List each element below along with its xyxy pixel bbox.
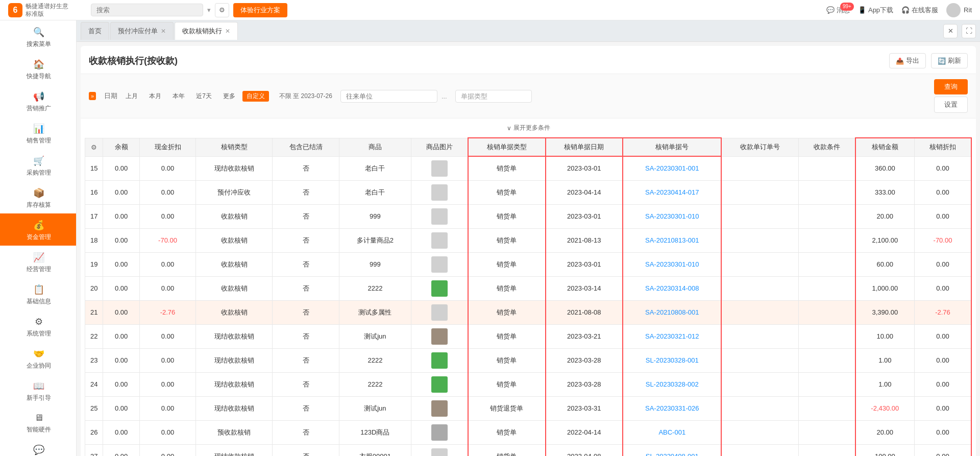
receipt-type-select[interactable]: 单据类型 (455, 90, 532, 103)
col-cash-discount: 现金折扣 (139, 138, 196, 156)
sidebar-label-basic: 基础信息 (27, 297, 51, 306)
row-doc-no[interactable]: ABC-001 (623, 420, 721, 444)
sidebar-item-basic[interactable]: 📋 基础信息 (0, 278, 76, 310)
row-id: 26 (85, 420, 103, 444)
sidebar-item-operation[interactable]: 📈 经营管理 (0, 246, 76, 278)
row-img (411, 228, 468, 252)
page-title: 收款核销执行(按收款) (89, 55, 178, 67)
sidebar-label-nav: 快捷导航 (27, 72, 51, 81)
col-settings[interactable]: ⚙ (85, 138, 103, 156)
date-btn-more[interactable]: 更多 (219, 91, 239, 102)
row-img (411, 180, 468, 204)
doc-no-link[interactable]: ABC-001 (658, 428, 685, 436)
date-btn-this-year[interactable]: 本年 (168, 91, 189, 102)
maximize-tab-button[interactable]: ⛶ (962, 24, 976, 38)
sidebar-item-nav[interactable]: 🏠 快捷导航 (0, 53, 76, 85)
sidebar-item-system[interactable]: ⚙ 系统管理 (0, 310, 76, 342)
row-type: 现结收款核销 (196, 396, 273, 420)
page-container: 收款核销执行(按收款) 📤 导出 🔄 刷新 (81, 46, 976, 456)
row-doc-no[interactable]: SA-20230301-010 (623, 252, 721, 276)
doc-no-link[interactable]: SA-20230331-026 (645, 404, 699, 412)
page-header: 收款核销执行(按收款) 📤 导出 🔄 刷新 (81, 46, 976, 74)
expand-more-button[interactable]: ∨ 展开更多条件 (507, 124, 550, 132)
receipt-type-filter: 单据类型 (455, 90, 532, 103)
row-cash-discount: -70.00 (139, 228, 196, 252)
top-search-input[interactable] (91, 4, 203, 16)
row-product: 999 (339, 252, 411, 276)
doc-no-link[interactable]: SA-20230301-010 (645, 212, 699, 220)
tab-home[interactable]: 首页 (81, 22, 109, 40)
from-unit-input[interactable] (340, 90, 437, 103)
doc-no-link[interactable]: SA-20230321-012 (645, 332, 699, 340)
doc-no-link[interactable]: SA-20230301-001 (645, 164, 699, 172)
date-btn-7days[interactable]: 近7天 (192, 91, 216, 102)
row-doc-no[interactable]: SA-20210808-001 (623, 300, 721, 324)
row-doc-no[interactable]: SA-20230301-001 (623, 156, 721, 180)
sidebar-item-wechat[interactable]: 💬 企业微信 (0, 438, 76, 456)
settings-gear-button[interactable]: ⚙ (215, 3, 229, 17)
sidebar-item-collab[interactable]: 🤝 企业协同 (0, 342, 76, 374)
row-doc-no[interactable]: SA-20230321-012 (623, 324, 721, 348)
search-dropdown-arrow[interactable]: ▾ (207, 6, 211, 14)
table-row: 220.000.00现结收款核销否测试jun销货单2023-03-21SA-20… (85, 324, 972, 348)
col-doc-no: 核销单据号 (623, 138, 721, 156)
row-doc-no[interactable]: SA-20210813-001 (623, 228, 721, 252)
row-id: 23 (85, 348, 103, 372)
doc-no-link[interactable]: SA-20210808-001 (645, 308, 699, 316)
sidebar-item-purchase[interactable]: 🛒 采购管理 (0, 149, 76, 181)
message-notification[interactable]: 💬 消息 99+ (826, 6, 850, 15)
export-button[interactable]: 📤 导出 (889, 53, 926, 68)
row-included: 否 (273, 252, 339, 276)
sidebar-item-marketing[interactable]: 📢 营销推广 (0, 85, 76, 117)
app-download-link[interactable]: 📱 App下载 (858, 6, 893, 15)
row-doc-no[interactable]: SA-20230414-017 (623, 180, 721, 204)
sidebar-item-sales[interactable]: 📊 销售管理 (0, 117, 76, 149)
doc-no-link[interactable]: SA-20230301-010 (645, 260, 699, 268)
table-settings-button[interactable]: 设置 (934, 97, 968, 113)
sidebar-item-guide[interactable]: 📖 新手引导 (0, 374, 76, 406)
avatar (946, 3, 961, 17)
table-row: 250.000.00现结收款核销否测试jun销货退货单2023-03-31SA-… (85, 396, 972, 420)
refresh-button[interactable]: 🔄 刷新 (931, 53, 968, 68)
row-balance: 0.00 (103, 252, 139, 276)
row-doc-no[interactable]: SA-20230331-026 (623, 396, 721, 420)
row-discount: 0.00 (915, 396, 972, 420)
doc-no-link[interactable]: SA-20230414-017 (645, 188, 699, 196)
tab-receipt-close[interactable]: ✕ (225, 28, 230, 35)
date-btn-this-month[interactable]: 本月 (145, 91, 165, 102)
online-service-link[interactable]: 🎧 在线客服 (901, 6, 938, 15)
sidebar-item-finance[interactable]: 💰 资金管理 (0, 213, 76, 246)
close-tab-button[interactable]: ✕ (943, 24, 958, 38)
row-order-no (721, 396, 798, 420)
query-button[interactable]: 查询 (934, 79, 968, 94)
col-include-settled: 包含已结清 (273, 138, 339, 156)
guide-icon: 📖 (33, 380, 44, 392)
doc-no-link[interactable]: SL-20230408-001 (646, 452, 699, 456)
row-doc-no[interactable]: SL-20230408-001 (623, 444, 721, 456)
doc-no-link[interactable]: SA-20210813-001 (645, 236, 699, 244)
row-doc-no[interactable]: SL-20230328-001 (623, 348, 721, 372)
trial-industry-button[interactable]: 体验行业方案 (233, 3, 287, 17)
col-product: 商品 (339, 138, 411, 156)
sidebar-item-search[interactable]: 🔍 搜索菜单 (0, 20, 76, 53)
row-doc-type: 销货单 (468, 276, 546, 300)
doc-no-link[interactable]: SL-20230328-002 (646, 380, 699, 388)
search-icon: 🔍 (33, 27, 44, 38)
doc-no-link[interactable]: SL-20230328-001 (646, 356, 699, 364)
col-product-image: 商品图片 (411, 138, 468, 156)
sidebar-item-inventory[interactable]: 📦 库存核算 (0, 181, 76, 213)
date-btn-last-month[interactable]: 上月 (121, 91, 142, 102)
row-doc-no[interactable]: SL-20230328-002 (623, 372, 721, 396)
tab-prepay[interactable]: 预付冲应付单 ✕ (110, 22, 174, 40)
doc-no-link[interactable]: SA-20230314-008 (645, 284, 699, 292)
tab-prepay-close[interactable]: ✕ (161, 28, 166, 35)
sidebar-item-hardware[interactable]: 🖥 智能硬件 (0, 406, 76, 438)
row-balance: 0.00 (103, 420, 139, 444)
date-btn-custom[interactable]: 自定义 (242, 91, 269, 102)
row-balance: 0.00 (103, 348, 139, 372)
tab-receipt-write-off[interactable]: 收款核销执行 ✕ (175, 22, 238, 40)
row-doc-no[interactable]: SA-20230301-010 (623, 204, 721, 228)
row-id: 25 (85, 396, 103, 420)
expand-toggle[interactable]: » (89, 92, 96, 100)
row-doc-no[interactable]: SA-20230314-008 (623, 276, 721, 300)
